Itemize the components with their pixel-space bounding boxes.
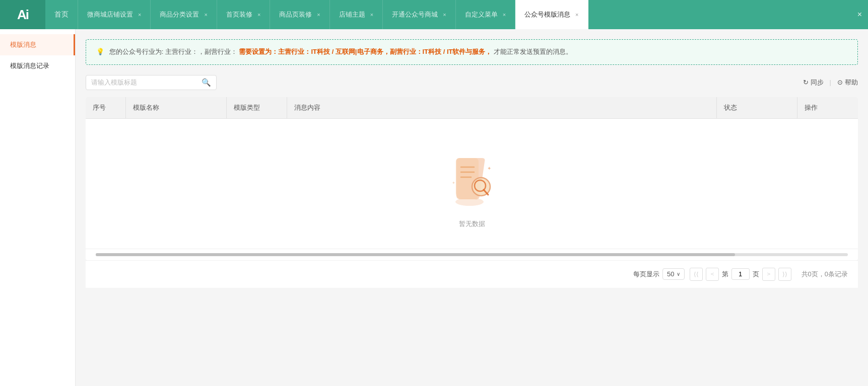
close-tab-icon[interactable]: × — [503, 12, 506, 18]
close-tab-icon[interactable]: × — [138, 12, 141, 18]
nav-tab-home-decor[interactable]: 首页装修× — [217, 0, 270, 29]
fake-scrollbar[interactable] — [96, 253, 848, 256]
total-info: 共0页，0条记录 — [802, 270, 848, 279]
close-tab-icon[interactable]: × — [370, 12, 373, 18]
content-area: 💡 您的公众号行业为: 主营行业：，副营行业： 需要设置为：主营行业：IT科技 … — [76, 29, 868, 386]
scrollbar-area — [86, 249, 858, 260]
table-header: 序号模版名称模版类型消息内容状态操作 — [86, 97, 858, 119]
sync-icon: ↻ — [803, 79, 809, 86]
notice-suffix: 才能正常发送预置的消息。 — [494, 48, 572, 55]
page-size-value: 50 — [667, 270, 674, 278]
next-page-button[interactable]: ＞ — [762, 268, 775, 281]
notice-box: 💡 您的公众号行业为: 主营行业：，副营行业： 需要设置为：主营行业：IT科技 … — [86, 39, 858, 65]
last-page-button[interactable]: ⟩⟩ — [778, 268, 791, 281]
page-number-input[interactable] — [731, 268, 750, 280]
search-input-wrap[interactable]: 🔍 — [86, 75, 217, 90]
nav-tab-template-msg[interactable]: 公众号模版消息× — [515, 0, 588, 29]
nav-tab-label: 商品分类设置 — [160, 10, 199, 19]
nav-tab-label: 商品页装修 — [279, 10, 312, 19]
nav-tab-custom-menu[interactable]: 自定义菜单× — [456, 0, 515, 29]
sidebar: 模版消息模版消息记录 — [0, 29, 76, 386]
nav-tab-open-mall[interactable]: 开通公众号商城× — [383, 0, 455, 29]
search-bar: 🔍 ↻ 同步 | ⊙ 帮助 — [86, 75, 858, 90]
table-header-template-type: 模版类型 — [227, 97, 287, 118]
prev-page-button[interactable]: ＜ — [706, 268, 719, 281]
sidebar-item-template-message[interactable]: 模版消息 — [0, 34, 75, 55]
page-nav: ⟨⟨ ＜ 第 页 ＞ ⟩⟩ — [690, 268, 791, 281]
close-tab-icon[interactable]: × — [204, 12, 207, 18]
close-all-button[interactable]: × — [857, 10, 862, 19]
help-button[interactable]: ⊙ 帮助 — [837, 78, 858, 87]
nav-tab-home[interactable]: 首页 — [45, 0, 78, 29]
table-header-index: 序号 — [86, 97, 126, 118]
search-icon[interactable]: 🔍 — [202, 78, 211, 87]
nav-tab-label: 首页 — [54, 10, 69, 19]
pagination: 每页显示 50 ∨ ⟨⟨ ＜ 第 页 ＞ ⟩⟩ 共0页，0条记录 — [86, 260, 858, 288]
help-icon: ⊙ — [837, 79, 843, 86]
notice-icon: 💡 — [96, 48, 104, 55]
divider: | — [830, 79, 831, 86]
page-di-label: 第 — [722, 270, 728, 279]
nav-tab-product-decor[interactable]: 商品页装修× — [270, 0, 329, 29]
nav-tab-label: 自定义菜单 — [465, 10, 498, 19]
empty-illustration: ✦ ✦ — [442, 149, 502, 209]
table-header-message-content: 消息内容 — [287, 97, 717, 118]
notice-highlight: 需要设置为：主营行业：IT科技 / 互联网|电子商务，副营行业：IT科技 / I… — [239, 48, 492, 55]
nav-tab-micro-store[interactable]: 微商城店铺设置× — [78, 0, 151, 29]
main-layout: 模版消息模版消息记录 💡 您的公众号行业为: 主营行业：，副营行业： 需要设置为… — [0, 29, 868, 386]
toolbar-right: ↻ 同步 | ⊙ 帮助 — [803, 78, 858, 87]
chevron-down-icon: ∨ — [677, 271, 680, 277]
nav-tab-store-theme[interactable]: 店铺主题× — [330, 0, 383, 29]
page-size-dropdown[interactable]: 50 ∨ — [662, 268, 684, 280]
svg-text:✦: ✦ — [452, 181, 455, 185]
close-tab-icon[interactable]: × — [257, 12, 260, 18]
page-size-select: 每页显示 50 ∨ — [633, 268, 684, 280]
scrollbar-thumb — [96, 253, 735, 256]
empty-text: 暂无数据 — [459, 219, 485, 228]
table-header-template-name: 模版名称 — [126, 97, 227, 118]
page-size-label: 每页显示 — [633, 270, 659, 279]
sidebar-item-template-message-record[interactable]: 模版消息记录 — [0, 55, 75, 76]
logo: Ai — [0, 0, 45, 29]
nav-tab-label: 开通公众号商城 — [392, 10, 438, 19]
nav-tab-label: 店铺主题 — [339, 10, 365, 19]
top-navigation: Ai 首页微商城店铺设置×商品分类设置×首页装修×商品页装修×店铺主题×开通公众… — [0, 0, 868, 29]
notice-prefix: 您的公众号行业为: 主营行业：，副营行业： — [109, 48, 237, 55]
empty-state: ✦ ✦ 暂无数据 — [86, 119, 858, 249]
nav-tab-label: 公众号模版消息 — [524, 10, 570, 19]
first-page-button[interactable]: ⟨⟨ — [690, 268, 703, 281]
close-tab-icon[interactable]: × — [443, 12, 446, 18]
nav-tab-product-category[interactable]: 商品分类设置× — [151, 0, 217, 29]
data-table: 序号模版名称模版类型消息内容状态操作 — [86, 97, 858, 260]
nav-tab-label: 微商城店铺设置 — [87, 10, 133, 19]
svg-text:✦: ✦ — [487, 166, 491, 171]
page-label: 页 — [753, 270, 759, 279]
table-header-operation: 操作 — [797, 97, 858, 118]
nav-tab-label: 首页装修 — [226, 10, 252, 19]
close-tab-icon[interactable]: × — [575, 12, 578, 18]
close-tab-icon[interactable]: × — [317, 12, 320, 18]
sync-button[interactable]: ↻ 同步 — [803, 78, 824, 87]
table-header-status: 状态 — [717, 97, 797, 118]
search-input[interactable] — [91, 79, 202, 86]
